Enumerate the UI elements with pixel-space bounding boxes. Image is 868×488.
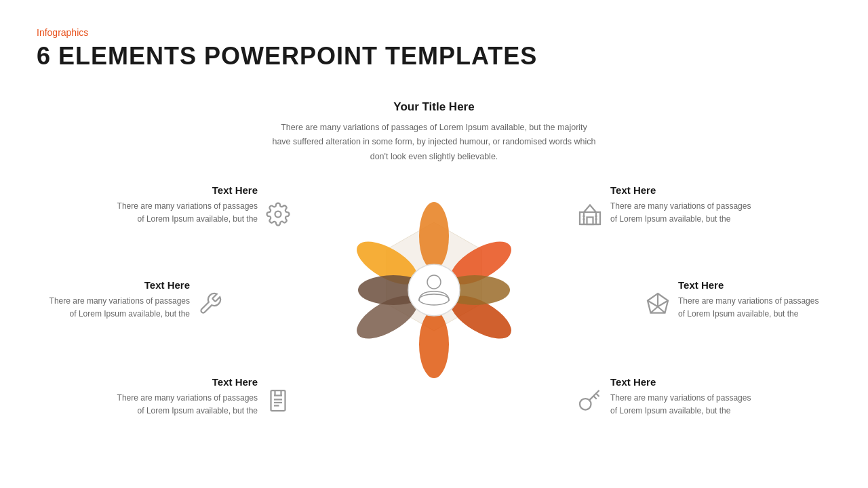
center-title: Your Title Here xyxy=(271,100,597,114)
block-bot-right-title: Text Here xyxy=(610,376,760,388)
building-icon xyxy=(578,202,602,226)
key-icon xyxy=(578,388,602,413)
notepad-icon xyxy=(266,388,290,413)
block-bot-left-title: Text Here xyxy=(108,376,258,388)
block-mid-right-desc: There are many variations of passages of… xyxy=(678,295,827,321)
block-mid-left-desc: There are many variations of passages of… xyxy=(41,295,190,321)
svg-rect-17 xyxy=(587,218,593,225)
block-mid-left: Text Here There are many variations of p… xyxy=(41,279,190,321)
diamond-icon xyxy=(646,291,670,316)
diagram-container xyxy=(326,182,542,399)
svg-rect-26 xyxy=(271,390,285,411)
block-top-right: Text Here There are many variations of p… xyxy=(610,184,760,226)
block-bot-right-desc: There are many variations of passages of… xyxy=(610,392,760,418)
key-icon-wrap xyxy=(578,388,602,415)
block-mid-left-title: Text Here xyxy=(41,279,190,291)
block-top-left-title: Text Here xyxy=(108,184,258,196)
block-bot-right: Text Here There are many variations of p… xyxy=(610,376,760,418)
block-top-right-title: Text Here xyxy=(610,184,760,196)
gear-icon-wrap xyxy=(266,202,290,229)
block-top-left-desc: There are many variations of passages of… xyxy=(108,200,258,226)
diamond-icon-wrap xyxy=(646,291,670,319)
block-bot-left: Text Here There are many variations of p… xyxy=(108,376,258,418)
center-description: There are many variations of passages of… xyxy=(271,121,597,164)
block-mid-right-title: Text Here xyxy=(678,279,827,291)
svg-line-24 xyxy=(651,307,658,313)
svg-line-25 xyxy=(658,307,665,313)
building-icon-wrap xyxy=(578,202,602,229)
block-mid-right: Text Here There are many variations of p… xyxy=(678,279,827,321)
notepad-icon-wrap xyxy=(266,388,290,415)
svg-point-12 xyxy=(275,211,281,218)
wrench-icon xyxy=(198,291,222,316)
svg-point-5 xyxy=(419,310,449,378)
svg-point-33 xyxy=(580,399,591,410)
diagram-svg xyxy=(326,182,542,399)
svg-point-9 xyxy=(408,264,460,316)
wrench-icon-wrap xyxy=(198,291,222,319)
svg-point-2 xyxy=(419,202,449,270)
block-top-left: Text Here There are many variations of p… xyxy=(108,184,258,226)
block-bot-left-desc: There are many variations of passages of… xyxy=(108,392,258,418)
main-title: 6 ELEMENTS POWERPOINT TEMPLATES xyxy=(37,42,537,70)
infographics-label: Infographics xyxy=(37,27,537,38)
header: Infographics 6 ELEMENTS POWERPOINT TEMPL… xyxy=(37,27,537,70)
gear-icon xyxy=(266,202,290,226)
block-top-right-desc: There are many variations of passages of… xyxy=(610,200,760,226)
svg-rect-14 xyxy=(580,212,600,224)
center-text-block: Your Title Here There are many variation… xyxy=(271,100,597,164)
